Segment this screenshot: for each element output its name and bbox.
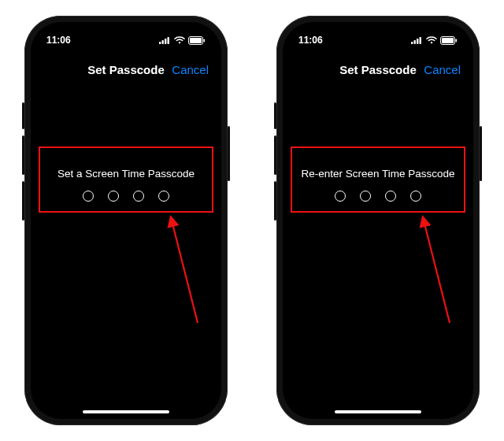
passcode-dot <box>133 191 144 202</box>
home-indicator[interactable] <box>335 410 421 413</box>
passcode-dot <box>108 191 119 202</box>
cellular-signal-icon <box>159 36 171 44</box>
iphone-device-right: 11:06 Set Passcode Cancel <box>276 16 480 425</box>
svg-rect-2 <box>165 39 166 44</box>
screen: 11:06 Set Passcode Cancel <box>31 22 221 419</box>
volume-up-button <box>274 135 276 175</box>
nav-bar: Set Passcode Cancel <box>283 57 473 82</box>
cancel-button[interactable]: Cancel <box>172 63 209 76</box>
passcode-prompt-label: Set a Screen Time Passcode <box>57 168 195 180</box>
svg-rect-15 <box>442 38 454 43</box>
cancel-button[interactable]: Cancel <box>424 63 461 76</box>
mute-switch <box>22 102 24 129</box>
battery-icon <box>440 36 458 45</box>
volume-down-button <box>22 181 24 220</box>
svg-rect-16 <box>456 39 458 42</box>
status-time: 11:06 <box>46 35 71 46</box>
cellular-signal-icon <box>411 36 423 44</box>
battery-icon <box>188 36 206 45</box>
wifi-icon <box>174 36 185 44</box>
dynamic-island <box>95 32 157 49</box>
svg-rect-9 <box>411 42 413 44</box>
passcode-dot <box>335 191 346 202</box>
svg-rect-10 <box>414 40 416 44</box>
passcode-dots-row[interactable] <box>335 191 421 202</box>
dynamic-island <box>347 32 409 49</box>
svg-rect-6 <box>190 38 202 43</box>
svg-rect-12 <box>420 37 421 44</box>
device-frame: 11:06 Set Passcode Cancel <box>276 16 480 425</box>
side-button <box>228 126 230 181</box>
status-right <box>159 36 206 45</box>
svg-rect-3 <box>168 37 169 44</box>
passcode-dot <box>360 191 371 202</box>
svg-line-17 <box>423 217 450 323</box>
passcode-dot <box>385 191 396 202</box>
passcode-dot <box>410 191 421 202</box>
iphone-device-left: 11:06 Set Passcode Cancel <box>24 16 228 425</box>
screen: 11:06 Set Passcode Cancel <box>283 22 473 419</box>
svg-rect-7 <box>204 39 206 42</box>
svg-rect-1 <box>162 40 164 44</box>
wifi-icon <box>426 36 437 44</box>
passcode-prompt-label: Re-enter Screen Time Passcode <box>301 168 454 180</box>
passcode-prompt-area: Re-enter Screen Time Passcode <box>295 154 461 214</box>
side-button <box>480 126 482 181</box>
mute-switch <box>274 102 276 129</box>
volume-down-button <box>274 181 276 220</box>
svg-rect-11 <box>417 39 418 44</box>
annotation-arrow-icon <box>350 213 461 331</box>
annotation-arrow-icon <box>98 213 209 331</box>
device-frame: 11:06 Set Passcode Cancel <box>24 16 228 425</box>
passcode-dot <box>158 191 169 202</box>
home-indicator[interactable] <box>83 410 169 413</box>
status-right <box>411 36 458 45</box>
volume-up-button <box>22 135 24 175</box>
status-time: 11:06 <box>298 35 323 46</box>
passcode-dot <box>83 191 94 202</box>
nav-bar: Set Passcode Cancel <box>31 57 221 82</box>
svg-point-13 <box>431 42 432 43</box>
svg-point-4 <box>179 42 180 43</box>
svg-line-8 <box>171 217 198 323</box>
passcode-prompt-area: Set a Screen Time Passcode <box>43 154 209 214</box>
svg-rect-0 <box>159 42 161 44</box>
passcode-dots-row[interactable] <box>83 191 169 202</box>
